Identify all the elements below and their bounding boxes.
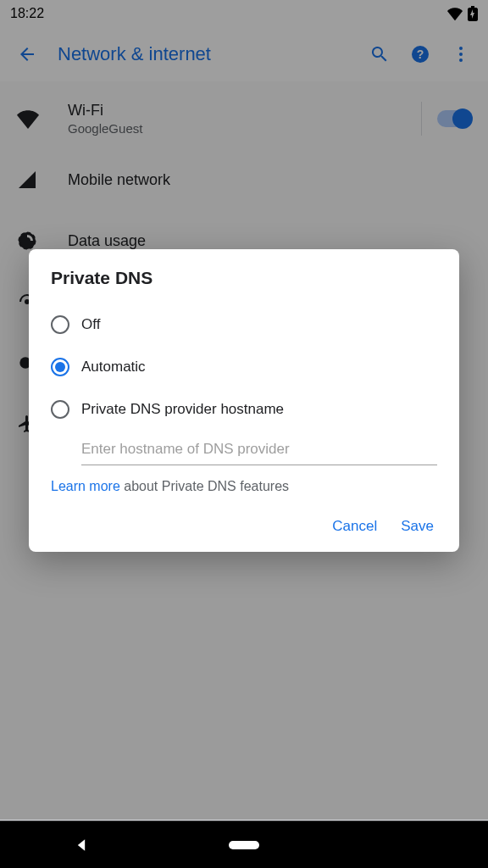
hostname-input[interactable] [81, 434, 437, 465]
nav-back-icon [73, 837, 90, 854]
nav-recent[interactable] [364, 828, 449, 862]
option-hostname-label: Private DNS provider hostname [81, 401, 284, 418]
option-automatic-label: Automatic [81, 359, 146, 376]
learn-more-text: Learn more about Private DNS features [51, 479, 437, 494]
learn-more-rest: about Private DNS features [120, 479, 289, 493]
learn-more-link[interactable]: Learn more [51, 479, 120, 493]
navigation-bar [0, 821, 488, 868]
nav-home[interactable] [202, 828, 286, 862]
private-dns-dialog: Private DNS Off Automatic Private DNS pr… [29, 249, 459, 552]
option-off-label: Off [81, 316, 100, 333]
option-off[interactable]: Off [51, 303, 437, 346]
option-hostname[interactable]: Private DNS provider hostname [51, 388, 437, 431]
cancel-button[interactable]: Cancel [332, 518, 377, 535]
save-button[interactable]: Save [401, 518, 434, 535]
radio-hostname[interactable] [51, 400, 69, 419]
radio-off[interactable] [51, 315, 69, 334]
nav-home-icon [229, 841, 259, 849]
dialog-title: Private DNS [51, 268, 437, 288]
radio-automatic[interactable] [51, 358, 69, 376]
nav-back[interactable] [39, 828, 124, 862]
option-automatic[interactable]: Automatic [51, 346, 437, 388]
